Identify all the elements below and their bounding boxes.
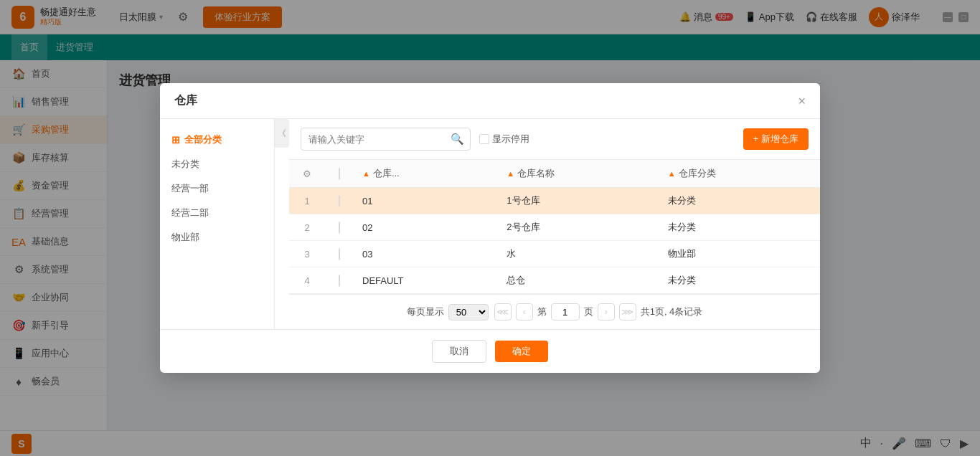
row-checkbox[interactable] <box>339 248 340 260</box>
row-checkbox[interactable] <box>339 275 340 287</box>
page-label: 第 <box>537 305 547 318</box>
category-property[interactable]: 物业部 <box>160 225 274 250</box>
row-index: 4 <box>289 267 325 294</box>
pagination: 每页显示 20 50 100 ⋘ ‹ 第 页 › ⋙ 共1页, 4条记录 <box>289 294 820 329</box>
modal-footer: 取消 确定 <box>160 329 820 373</box>
row-code: 02 <box>354 214 498 241</box>
warehouse-table: ⚙ ▲ 仓库... <box>289 160 820 294</box>
category-all[interactable]: ⊞ 全部分类 <box>160 128 274 152</box>
row-name: 2号仓库 <box>498 214 659 241</box>
search-icon[interactable]: 🔍 <box>445 133 470 146</box>
modal-body: ⊞ 全部分类 未分类 经营一部 经营二部 物业部 《 🔍 显示停用 + 新增仓库 <box>160 119 820 329</box>
th-settings: ⚙ <box>289 160 325 188</box>
confirm-button[interactable]: 确定 <box>495 341 548 362</box>
warehouse-table-area: ⚙ ▲ 仓库... <box>289 160 820 294</box>
toolbar: 🔍 显示停用 + 新增仓库 <box>289 119 820 160</box>
last-page-button[interactable]: ⋙ <box>619 303 636 320</box>
row-category: 未分类 <box>659 214 820 241</box>
search-box: 🔍 <box>301 128 471 151</box>
collapse-panel-button[interactable]: 《 <box>275 119 289 148</box>
page-number-input[interactable] <box>551 303 580 320</box>
row-checkbox[interactable] <box>339 222 340 234</box>
add-warehouse-button[interactable]: + 新增仓库 <box>743 128 809 150</box>
th-code-label: 仓库... <box>373 167 400 180</box>
row-code: DEFAULT <box>354 267 498 294</box>
show-disabled-label: 显示停用 <box>492 133 529 146</box>
page-navigation: ⋘ ‹ 第 页 › ⋙ 共1页, 4条记录 <box>494 303 703 320</box>
table-row[interactable]: 2 02 2号仓库 未分类 <box>289 214 820 241</box>
page-suffix: 页 <box>584 305 593 318</box>
row-check[interactable] <box>325 214 354 241</box>
show-disabled-toggle[interactable]: 显示停用 <box>479 133 529 146</box>
row-checkbox[interactable] <box>339 195 340 207</box>
per-page-label: 每页显示 <box>407 305 444 318</box>
first-page-button[interactable]: ⋘ <box>494 303 512 320</box>
row-code: 03 <box>354 241 498 267</box>
modal-title: 仓库 <box>174 93 197 108</box>
sort-icon: ▲ <box>362 169 370 178</box>
next-page-button[interactable]: › <box>598 303 615 320</box>
select-all-checkbox[interactable] <box>339 168 340 180</box>
warehouse-modal: 仓库 × ⊞ 全部分类 未分类 经营一部 经营二部 物业部 《 🔍 <box>160 83 820 373</box>
row-category: 物业部 <box>659 241 820 267</box>
row-check[interactable] <box>325 188 354 214</box>
grid-icon: ⊞ <box>171 134 180 146</box>
table-row[interactable]: 4 DEFAULT 总仓 未分类 <box>289 267 820 294</box>
th-name: ▲ 仓库名称 <box>498 160 659 188</box>
sort-cat-icon: ▲ <box>668 169 676 178</box>
th-check <box>325 160 354 188</box>
total-info: 共1页, 4条记录 <box>641 305 703 318</box>
per-page-selector: 每页显示 20 50 100 <box>407 304 489 320</box>
close-button[interactable]: × <box>798 95 806 108</box>
show-disabled-checkbox[interactable] <box>479 134 489 144</box>
row-code: 01 <box>354 188 498 214</box>
row-category: 未分类 <box>659 188 820 214</box>
settings-icon: ⚙ <box>303 168 311 179</box>
category-unclassified[interactable]: 未分类 <box>160 152 274 176</box>
cancel-button[interactable]: 取消 <box>432 340 486 363</box>
row-category: 未分类 <box>659 267 820 294</box>
row-name: 总仓 <box>498 267 659 294</box>
row-name: 1号仓库 <box>498 188 659 214</box>
row-check[interactable] <box>325 241 354 267</box>
category-ops2[interactable]: 经营二部 <box>160 201 274 225</box>
th-code: ▲ 仓库... <box>354 160 498 188</box>
th-category: ▲ 仓库分类 <box>659 160 820 188</box>
content-panel: 🔍 显示停用 + 新增仓库 ⚙ <box>289 119 820 329</box>
row-index: 3 <box>289 241 325 267</box>
prev-page-button[interactable]: ‹ <box>516 303 533 320</box>
sort-name-icon: ▲ <box>507 169 514 178</box>
category-panel: ⊞ 全部分类 未分类 经营一部 经营二部 物业部 <box>160 119 275 329</box>
per-page-select[interactable]: 20 50 100 <box>448 304 489 320</box>
category-all-label: 全部分类 <box>184 133 222 146</box>
row-name: 水 <box>498 241 659 267</box>
table-body: 1 01 1号仓库 未分类 2 02 2号仓库 未分类 <box>289 188 820 294</box>
th-category-label: 仓库分类 <box>679 167 716 180</box>
row-index: 2 <box>289 214 325 241</box>
row-index: 1 <box>289 188 325 214</box>
category-ops1[interactable]: 经营一部 <box>160 176 274 201</box>
th-name-label: 仓库名称 <box>517 167 555 180</box>
row-check[interactable] <box>325 267 354 294</box>
table-header: ⚙ ▲ 仓库... <box>289 160 820 188</box>
table-row[interactable]: 3 03 水 物业部 <box>289 241 820 267</box>
search-input[interactable] <box>301 134 445 145</box>
modal-header: 仓库 × <box>160 83 820 119</box>
table-row[interactable]: 1 01 1号仓库 未分类 <box>289 188 820 214</box>
